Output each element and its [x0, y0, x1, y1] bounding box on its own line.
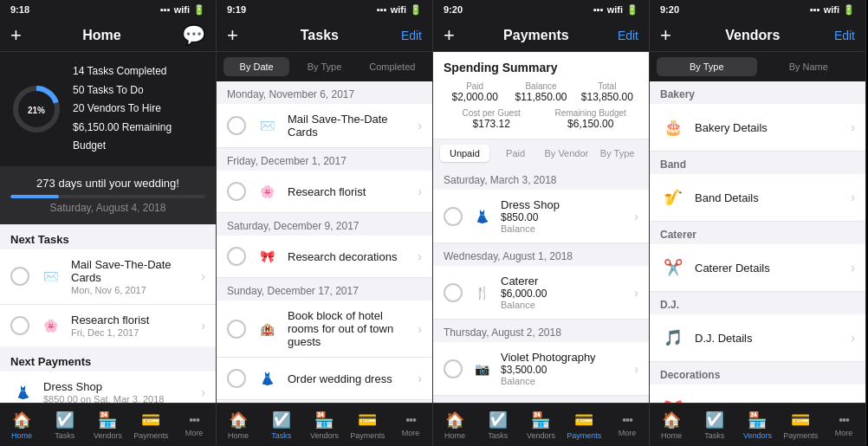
stats-section: 21% 14 Tasks Completed 50 Tasks To Do 20…	[0, 52, 216, 166]
segment-completed[interactable]: Completed	[360, 57, 425, 76]
checkbox-icon[interactable]	[227, 369, 246, 388]
tab-tasks[interactable]: ☑️ Tasks	[43, 404, 87, 446]
message-icon[interactable]: 💬	[182, 26, 205, 45]
tab-tasks-label: Tasks	[704, 431, 724, 440]
date-header: Friday, August 3, 2018	[433, 396, 649, 403]
checkbox-icon[interactable]	[444, 207, 463, 226]
tab-home[interactable]: 🏠 Home	[650, 404, 693, 446]
segment-by-type[interactable]: By Type	[291, 57, 357, 76]
segment-by-date[interactable]: By Date	[223, 57, 289, 76]
tab-vendors[interactable]: 🏪 Vendors	[520, 404, 563, 446]
edit-button[interactable]: Edit	[401, 29, 422, 42]
next-tasks-header: Next Tasks	[0, 224, 216, 249]
tab-more[interactable]: ••• More	[172, 404, 216, 446]
tab-home[interactable]: 🏠 Home	[433, 404, 476, 446]
vendor-item[interactable]: ✂️ Caterer Details ›	[650, 244, 865, 292]
payment-item[interactable]: 🍴 Caterer $6,000.00 Balance ›	[433, 266, 649, 320]
tab-payments[interactable]: 💳 Payments	[129, 404, 172, 446]
tab-more[interactable]: ••• More	[389, 404, 432, 446]
page-title: Tasks	[238, 28, 401, 43]
spending-paid: Paid $2,000.00	[444, 81, 506, 103]
checkbox-icon[interactable]	[227, 247, 246, 266]
spending-balance: Balance $11,850.00	[509, 81, 572, 103]
segment-paid[interactable]: Paid	[491, 145, 541, 162]
item-text: Dress Shop $850.00 on Sat, Mar 3, 2018	[43, 380, 192, 403]
checkbox-icon[interactable]	[444, 283, 463, 302]
vendors-tab-icon: 🏪	[531, 410, 550, 430]
next-payments-list: 👗 Dress Shop $850.00 on Sat, Mar 3, 2018…	[0, 372, 216, 403]
tab-vendors[interactable]: 🏪 Vendors	[303, 404, 347, 446]
checkbox-icon[interactable]	[444, 359, 463, 378]
tab-home[interactable]: 🏠 Home	[217, 404, 260, 446]
payment-item[interactable]: 📷 Violet Photography $3,500.00 Balance ›	[433, 342, 649, 396]
chevron-right-icon: ›	[201, 319, 205, 333]
add-button[interactable]: +	[444, 26, 455, 45]
tab-payments[interactable]: 💳 Payments	[779, 404, 822, 446]
list-item[interactable]: 🏨 Book block of hotel rooms for out of t…	[217, 301, 432, 358]
battery-icon: 🔋	[626, 4, 638, 16]
tab-payments[interactable]: 💳 Payments	[346, 404, 389, 446]
checkbox-icon[interactable]	[227, 320, 246, 339]
date-header: Saturday, December 9, 2017	[217, 213, 432, 236]
tasks-todo-count: 50	[73, 84, 84, 96]
tab-home-label: Home	[11, 431, 32, 440]
vendor-item[interactable]: 🎵 D.J. Details ›	[650, 314, 865, 362]
phone-home: 9:18 ▪▪▪ wifi 🔋 + Home 💬 21% 14 Tasks Co…	[0, 0, 217, 446]
tasks-tab-icon: ☑️	[705, 410, 724, 430]
nav-bar-home: + Home 💬	[0, 19, 216, 52]
vendor-item[interactable]: 🎷 Band Details ›	[650, 174, 865, 222]
payment-balance: Balance	[501, 223, 627, 234]
tab-home-label: Home	[661, 431, 682, 440]
tasks-tab-icon: ☑️	[489, 410, 508, 430]
tab-home-label: Home	[444, 431, 465, 440]
tab-tasks[interactable]: ☑️ Tasks	[693, 404, 736, 446]
edit-button[interactable]: Edit	[834, 29, 855, 42]
list-item[interactable]: ✉️ Mail Save-The-Date Cards Mon, Nov 6, …	[0, 249, 216, 305]
progress-fill	[10, 195, 59, 198]
tab-payments-label: Payments	[350, 431, 385, 440]
tab-more[interactable]: ••• More	[822, 404, 865, 446]
chevron-right-icon: ›	[851, 331, 855, 345]
phone-payments: 9:20 ▪▪▪ wifi 🔋 + Payments Edit Spending…	[433, 0, 650, 446]
vendor-item[interactable]: 🎀 Decorations Details ›	[650, 385, 865, 403]
tab-tasks[interactable]: ☑️ Tasks	[260, 404, 303, 446]
tasks-tab-icon: ☑️	[55, 410, 74, 430]
more-tab-icon: •••	[839, 413, 849, 427]
segment-unpaid[interactable]: Unpaid	[440, 145, 489, 162]
checkbox-icon[interactable]	[10, 267, 29, 286]
payment-item[interactable]: 👗 Dress Shop $850.00 Balance ›	[433, 190, 649, 243]
progress-donut: 21%	[10, 83, 62, 135]
tab-tasks[interactable]: ☑️ Tasks	[476, 404, 520, 446]
edit-button[interactable]: Edit	[618, 29, 638, 42]
list-item[interactable]: 🌸 Research florist Fri, Dec 1, 2017 ›	[0, 305, 216, 346]
vendor-item[interactable]: 🎂 Bakery Details ›	[650, 104, 865, 152]
add-button[interactable]: +	[660, 26, 671, 45]
date-header: Wednesday, August 1, 2018	[433, 243, 649, 266]
tab-vendors[interactable]: 🏪 Vendors	[736, 404, 780, 446]
vendor-name: D.J. Details	[695, 332, 842, 345]
tab-payments[interactable]: 💳 Payments	[562, 404, 606, 446]
checkbox-icon[interactable]	[10, 316, 29, 335]
list-item[interactable]: 🌸 Research florist ›	[217, 171, 432, 213]
item-text: Order wedding dress	[288, 372, 409, 385]
segment-by-vendor[interactable]: By Vendor	[542, 145, 592, 162]
tab-more[interactable]: ••• More	[606, 404, 649, 446]
add-button[interactable]: +	[227, 26, 238, 45]
tab-home[interactable]: 🏠 Home	[0, 404, 43, 446]
payments-content: Spending Summary Paid $2,000.00 Balance …	[433, 52, 649, 403]
status-icons: ▪▪▪ wifi 🔋	[810, 4, 855, 16]
checkbox-icon[interactable]	[227, 182, 246, 201]
chevron-right-icon: ›	[851, 261, 855, 275]
date-header: Thursday, August 2, 2018	[433, 320, 649, 342]
segment-by-type[interactable]: By Type	[593, 145, 642, 162]
add-button[interactable]: +	[10, 26, 22, 45]
segment-by-name[interactable]: By Name	[759, 57, 859, 76]
list-item[interactable]: 👗 Dress Shop $850.00 on Sat, Mar 3, 2018…	[0, 372, 216, 403]
segment-by-type[interactable]: By Type	[657, 57, 757, 76]
status-time: 9:20	[660, 4, 679, 15]
list-item[interactable]: 🎀 Research decorations ›	[217, 236, 432, 278]
list-item[interactable]: 👗 Order wedding dress ›	[217, 358, 432, 400]
list-item[interactable]: ✉️ Mail Save-The-Date Cards ›	[217, 104, 432, 148]
tab-vendors[interactable]: 🏪 Vendors	[87, 404, 130, 446]
checkbox-icon[interactable]	[227, 116, 246, 135]
